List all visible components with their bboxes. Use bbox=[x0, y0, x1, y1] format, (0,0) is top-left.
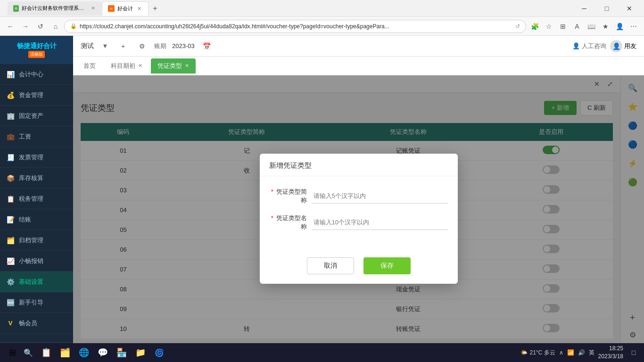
archive-icon: 🗂️ bbox=[6, 236, 15, 245]
assets-icon: 🏢 bbox=[6, 111, 15, 121]
app-container: 畅捷通好合计 流畅版 📊 会计中心 💰 资金管理 🏢 固定资产 💼 工资 🧾 bbox=[0, 36, 644, 362]
guide-icon: 🆕 bbox=[6, 298, 15, 307]
sidebar-item-guide[interactable]: 🆕 新手引导 bbox=[0, 292, 73, 313]
profile-button[interactable]: 👤 bbox=[613, 20, 626, 33]
window-controls: ─ □ ✕ bbox=[573, 0, 640, 17]
sidebar-item-tax[interactable]: 📋 税务管理 bbox=[0, 189, 73, 209]
sidebar-label-archive: 归档管理 bbox=[19, 236, 43, 245]
calendar-icon[interactable]: 📅 bbox=[200, 40, 214, 53]
period-label: 账期 bbox=[154, 42, 166, 50]
member-icon: V bbox=[6, 319, 15, 328]
tab-period[interactable]: 科目期初 ✕ bbox=[104, 58, 149, 74]
browser-tab-2[interactable]: H 好会计 ✕ bbox=[102, 1, 149, 16]
user-label: 用友 bbox=[624, 42, 636, 50]
sidebar-item-inventory[interactable]: 📦 库存核算 bbox=[0, 168, 73, 189]
modal-dialog: 新增凭证类型 * 凭证类型简称 bbox=[260, 154, 458, 284]
volume-icon: 🔊 bbox=[578, 349, 585, 356]
salary-icon: 💼 bbox=[6, 132, 15, 141]
cancel-button[interactable]: 取消 bbox=[307, 257, 354, 274]
modal-header: 新增凭证类型 bbox=[260, 154, 458, 176]
taskbar: ⊞ 🔍 📋 🗂️ 🌐 💬 🏪 📁 🌀 🌤️ 21°C 多云 ∧ 📶 🔊 英 18… bbox=[0, 343, 644, 362]
taskbar-app-store[interactable]: 🏪 bbox=[113, 344, 130, 361]
back-button[interactable]: ← bbox=[4, 20, 17, 33]
sidebar-label-capital: 资金管理 bbox=[19, 91, 43, 99]
weather-info: 🌤️ 21°C 多云 bbox=[520, 349, 555, 357]
user-avatar: 👤 bbox=[610, 40, 622, 52]
sidebar-item-archive[interactable]: 🗂️ 归档管理 bbox=[0, 230, 73, 251]
report-icon: 📈 bbox=[6, 256, 15, 266]
minimize-button[interactable]: ─ bbox=[573, 0, 595, 17]
taskbar-clock[interactable]: 18:25 2023/3/18 bbox=[598, 345, 623, 361]
name-form-row: * 凭证类型名称 bbox=[269, 214, 448, 231]
name-label: * 凭证类型名称 bbox=[269, 214, 312, 231]
settings-gear-button[interactable]: ⚙ bbox=[135, 40, 149, 53]
taskbar-app-files[interactable]: 🗂️ bbox=[57, 344, 74, 361]
taskbar-search-button[interactable]: 🔍 bbox=[21, 345, 36, 360]
system-tray[interactable]: ∧ bbox=[559, 349, 563, 356]
taskbar-app-browser[interactable]: 🌐 bbox=[75, 344, 92, 361]
sidebar-item-dashboard[interactable]: 📊 会计中心 bbox=[0, 64, 73, 85]
consult-button[interactable]: 👤 人工咨询 bbox=[572, 42, 606, 50]
tab-voucher-type-label: 凭证类型 bbox=[157, 62, 182, 70]
tab-voucher-type-close[interactable]: ✕ bbox=[185, 63, 189, 69]
settings-icon: ⚙️ bbox=[6, 277, 15, 287]
extensions-button[interactable]: 🧩 bbox=[528, 20, 541, 33]
abbr-label: * 凭证类型简称 bbox=[269, 188, 312, 205]
weather-text: 21°C 多云 bbox=[529, 349, 555, 357]
tab1-close[interactable]: ✕ bbox=[91, 5, 96, 12]
taskbar-app-chat[interactable]: 💬 bbox=[94, 344, 111, 361]
workspace-dropdown[interactable]: ▼ bbox=[99, 41, 111, 52]
notification-button[interactable]: □ bbox=[627, 346, 640, 359]
tab-voucher-type[interactable]: 凭证类型 ✕ bbox=[151, 58, 196, 74]
home-button[interactable]: ⌂ bbox=[49, 20, 62, 33]
address-bar: ← → ↺ ⌂ 🔒 https://cloud2.chanjet.com/acc… bbox=[0, 17, 644, 36]
translate-button[interactable]: A bbox=[570, 20, 584, 33]
start-button[interactable]: ⊞ bbox=[4, 345, 21, 360]
favorites-button[interactable]: ☆ bbox=[542, 20, 555, 33]
sidebar-label-salary: 工资 bbox=[19, 132, 31, 141]
browser-tab-1[interactable]: A 好会计云财务软件管理系统_会计 ✕ bbox=[8, 1, 102, 16]
sidebar-item-member[interactable]: V 畅会员 bbox=[0, 313, 73, 334]
new-tab-button[interactable]: + bbox=[149, 2, 162, 15]
add-workspace-button[interactable]: + bbox=[116, 40, 130, 53]
sidebar-item-salary[interactable]: 💼 工资 bbox=[0, 126, 73, 147]
ssl-lock-icon: 🔒 bbox=[70, 23, 77, 29]
clock-date: 2023/3/18 bbox=[598, 353, 623, 361]
tab-home[interactable]: 首页 bbox=[77, 58, 102, 74]
taskbar-app-tasklist[interactable]: 📋 bbox=[38, 344, 55, 361]
maximize-button[interactable]: □ bbox=[596, 0, 618, 17]
clock-time: 18:25 bbox=[598, 345, 623, 353]
sidebar-item-capital[interactable]: 💰 资金管理 bbox=[0, 85, 73, 106]
refresh-button[interactable]: ↺ bbox=[34, 20, 47, 33]
sidebar-item-settings[interactable]: ⚙️ 基础设置 bbox=[0, 272, 73, 292]
taskbar-apps: 📋 🗂️ 🌐 💬 🏪 📁 🌀 bbox=[38, 344, 168, 361]
immersive-reader-button[interactable]: 📖 bbox=[585, 20, 598, 33]
sidebar-label-inventory: 库存核算 bbox=[19, 174, 43, 182]
sidebar-label-settings: 基础设置 bbox=[19, 278, 43, 286]
taskbar-app-folder[interactable]: 📁 bbox=[132, 344, 149, 361]
sidebar-logo: 畅捷通好合计 流畅版 bbox=[0, 36, 73, 64]
tab-period-label: 科目期初 bbox=[111, 62, 135, 70]
close-button[interactable]: ✕ bbox=[619, 0, 640, 17]
more-button[interactable]: ⋯ bbox=[627, 20, 640, 33]
settle-icon: 📝 bbox=[6, 215, 15, 224]
abbr-input[interactable] bbox=[312, 189, 448, 204]
tab-bar: A 好会计云财务软件管理系统_会计 ✕ H 好会计 ✕ + bbox=[8, 0, 573, 17]
sidebar-label-dashboard: 会计中心 bbox=[19, 70, 43, 79]
sidebar-item-invoice[interactable]: 🧾 发票管理 bbox=[0, 147, 73, 168]
save-button[interactable]: 保存 bbox=[363, 257, 411, 274]
add-to-favorites-button[interactable]: ★ bbox=[599, 20, 612, 33]
language-indicator: 英 bbox=[589, 349, 594, 357]
collections-button[interactable]: ⊞ bbox=[556, 20, 570, 33]
sidebar-item-assets[interactable]: 🏢 固定资产 bbox=[0, 106, 73, 126]
tab1-title: 好会计云财务软件管理系统_会计 bbox=[22, 5, 88, 12]
forward-button[interactable]: → bbox=[19, 20, 32, 33]
sidebar-item-report[interactable]: 📈 小畅报销 bbox=[0, 251, 73, 272]
tab2-close[interactable]: ✕ bbox=[136, 5, 142, 12]
name-input[interactable] bbox=[312, 215, 448, 230]
user-info[interactable]: 👤 用友 bbox=[610, 40, 636, 52]
url-bar[interactable]: 🔒 https://cloud2.chanjet.com/accounting/… bbox=[64, 20, 526, 33]
tab-period-close[interactable]: ✕ bbox=[138, 63, 142, 69]
taskbar-app-edge[interactable]: 🌀 bbox=[151, 344, 168, 361]
sidebar-item-settle[interactable]: 📝 结账 bbox=[0, 209, 73, 230]
